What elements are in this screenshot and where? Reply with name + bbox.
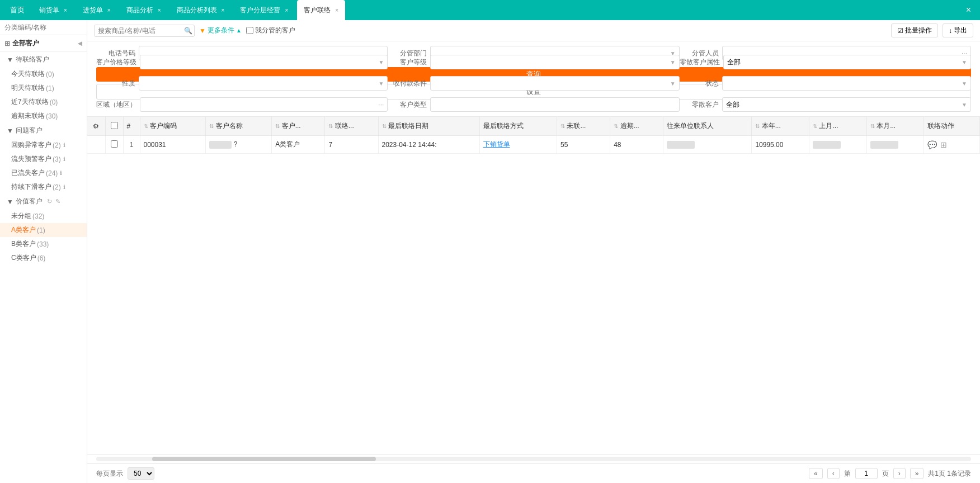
close-tab-0[interactable]: × bbox=[64, 7, 67, 13]
col-last-method[interactable]: 最后联络方式 bbox=[479, 117, 557, 136]
sidebar-item-loss-warning[interactable]: 流失预警客户 (3) ℹ bbox=[0, 152, 87, 166]
window-close-button[interactable]: × bbox=[962, 5, 976, 15]
col-not-contacted[interactable]: ⇅ 未联... bbox=[557, 117, 610, 136]
sidebar-group-value[interactable]: ▼ 价值客户 ↻ ✎ bbox=[0, 194, 87, 209]
filter-select-status[interactable]: ▼ bbox=[722, 76, 971, 91]
more-arrow-icon: ▲ bbox=[236, 27, 242, 34]
my-customers-checkbox[interactable]: 我分管的客户 bbox=[246, 26, 295, 35]
nav-tab-3[interactable]: 商品分析列表 × bbox=[170, 0, 232, 20]
filter-left-col: 电话号码 分管部门 ▼ 分管人员 bbox=[96, 46, 971, 100]
sidebar-item-tomorrow[interactable]: 明天待联络 (1) bbox=[0, 81, 87, 95]
next-page-button[interactable]: › bbox=[893, 468, 906, 479]
sidebar-group-pending-arrow: ▼ bbox=[7, 56, 13, 64]
scrollbar-thumb[interactable] bbox=[152, 457, 376, 461]
batch-op-button[interactable]: ☑ 批量操作 bbox=[891, 23, 938, 37]
row-lastmethod-cell[interactable]: 下销货单 bbox=[479, 136, 557, 154]
filter-select-payment[interactable]: ▼ bbox=[430, 76, 679, 91]
col-settings[interactable]: ⚙ bbox=[87, 117, 105, 136]
sidebar-group-problem[interactable]: ▼ 问题客户 bbox=[0, 123, 87, 138]
row-notcontacted-cell: 55 bbox=[557, 136, 610, 154]
filter-select-cust-grade[interactable]: ▼ bbox=[430, 55, 679, 69]
close-tab-2[interactable]: × bbox=[158, 7, 161, 13]
sidebar-item-class-b[interactable]: B类客户 (33) bbox=[0, 237, 87, 251]
nav-home[interactable]: 首页 bbox=[4, 3, 30, 17]
filter-select-scatter-prop[interactable]: 全部 ▼ bbox=[723, 55, 971, 69]
filter-label-cust-type: 客户类型 bbox=[388, 100, 427, 110]
close-tab-3[interactable]: × bbox=[222, 7, 225, 13]
filter-select-price-grade[interactable]: ▼ bbox=[140, 55, 388, 69]
main-layout: 🔍 ⊞ 全部客户 ◀ ▼ 待联络客户 今天待联络 (0) 明天待联络 (1) 近… bbox=[0, 20, 980, 483]
col-checkbox[interactable] bbox=[105, 117, 123, 136]
value-group-refresh-icon[interactable]: ↻ bbox=[47, 198, 52, 205]
nav-tab-1[interactable]: 进货单 × bbox=[76, 0, 117, 20]
col-this-year[interactable]: ⇅ 本年... bbox=[752, 117, 809, 136]
row-thisyear-cell: 10995.00 bbox=[752, 136, 809, 154]
col-last-month[interactable]: ⇅ 上月... bbox=[809, 117, 867, 136]
filter-cell-price-grade: 客户价格等级 ▼ bbox=[96, 55, 388, 69]
last-page-button[interactable]: » bbox=[910, 468, 924, 479]
sidebar-item-ungrouped[interactable]: 未分组 (32) bbox=[0, 209, 87, 223]
page-label: 第 bbox=[844, 469, 851, 479]
nav-tab-0[interactable]: 销货单 × bbox=[32, 0, 74, 20]
sidebar-all-customers-header[interactable]: ⊞ 全部客户 ◀ bbox=[0, 35, 87, 52]
close-tab-1[interactable]: × bbox=[107, 7, 111, 13]
prev-page-button[interactable]: ‹ bbox=[827, 468, 840, 479]
filter-label-scatter-cust: 零散客户 bbox=[680, 100, 719, 110]
filter-cell-scatter-cust: 零散客户 全部 ▼ bbox=[680, 97, 971, 112]
horizontal-scrollbar[interactable] bbox=[87, 454, 980, 463]
scatter-prop-arrow: ▼ bbox=[962, 59, 967, 65]
col-last-date[interactable]: ⇅ 最后联络日期 bbox=[378, 117, 479, 136]
row-name-cell: ? bbox=[206, 136, 272, 154]
col-contact[interactable]: ⇅ 联络... bbox=[325, 117, 378, 136]
sidebar-collapse-icon[interactable]: ◀ bbox=[78, 40, 82, 46]
table-footer: 每页显示 50 « ‹ 第 页 › » 共1页 1条记录 bbox=[87, 463, 980, 483]
filter-search-input[interactable] bbox=[98, 27, 182, 35]
col-code[interactable]: ⇅ 客户编码 bbox=[140, 117, 206, 136]
page-number-input[interactable] bbox=[855, 468, 878, 479]
filter-select-region[interactable]: ··· bbox=[140, 97, 388, 112]
nav-tab-2[interactable]: 商品分析 × bbox=[120, 0, 168, 20]
sidebar-item-repurchase-anomaly[interactable]: 回购异常客户 (2) ℹ bbox=[0, 138, 87, 152]
sidebar-item-overdue[interactable]: 逾期未联络 (30) bbox=[0, 109, 87, 123]
sidebar-item-class-c[interactable]: C类客户 (6) bbox=[0, 251, 87, 265]
sidebar-item-declining[interactable]: 持续下滑客户 (2) ℹ bbox=[0, 180, 87, 194]
row-checkbox-0[interactable] bbox=[111, 140, 118, 148]
row-lastmonth-cell bbox=[809, 136, 867, 154]
batch-op-check-icon: ☑ bbox=[897, 27, 903, 35]
sidebar-item-today[interactable]: 今天待联络 (0) bbox=[0, 67, 87, 81]
export-button[interactable]: ↓ 导出 bbox=[943, 23, 973, 37]
table-header-row: ⚙ # ⇅ 客户编码 ⇅ 客户名称 bbox=[87, 117, 980, 136]
my-customers-check[interactable] bbox=[246, 27, 253, 34]
col-unit-contact[interactable]: 往来单位联系人 bbox=[663, 117, 752, 136]
settings-icon[interactable]: ⚙ bbox=[93, 122, 99, 130]
close-tab-5[interactable]: × bbox=[335, 7, 338, 13]
grid-action-icon[interactable]: ⊞ bbox=[940, 140, 947, 149]
sidebar-item-class-a[interactable]: A类客户 (1) bbox=[0, 223, 87, 237]
filter-label-status: 状态 bbox=[680, 79, 719, 88]
filter-input-cust-type[interactable] bbox=[430, 97, 679, 112]
sidebar-group-pending[interactable]: ▼ 待联络客户 bbox=[0, 52, 87, 67]
col-overdue[interactable]: ⇅ 逾期... bbox=[610, 117, 663, 136]
col-name[interactable]: ⇅ 客户名称 bbox=[206, 117, 272, 136]
col-this-month[interactable]: ⇅ 本月... bbox=[866, 117, 924, 136]
row-unitcontact-cell bbox=[663, 136, 752, 154]
filter-search-icon[interactable]: 🔍 bbox=[184, 27, 192, 35]
close-tab-4[interactable]: × bbox=[285, 7, 288, 13]
sidebar-item-7days[interactable]: 近7天待联络 (0) bbox=[0, 95, 87, 109]
chat-icon[interactable]: 💬 bbox=[927, 140, 937, 149]
top-nav: 首页 销货单 × 进货单 × 商品分析 × 商品分析列表 × 客户分层经营 × … bbox=[0, 0, 980, 20]
col-category[interactable]: ⇅ 客户... bbox=[272, 117, 325, 136]
select-all-checkbox[interactable] bbox=[111, 122, 118, 129]
sidebar-item-lost[interactable]: 已流失客户 (24) ℹ bbox=[0, 166, 87, 180]
page-size-select[interactable]: 50 bbox=[128, 467, 154, 480]
first-page-button[interactable]: « bbox=[809, 468, 823, 479]
row-index-cell: 1 bbox=[123, 136, 140, 154]
filter-more-btn[interactable]: ▼ 更多条件 ▲ bbox=[199, 26, 242, 35]
filter-select-nature[interactable]: ▼ bbox=[139, 76, 388, 91]
row-checkbox-cell[interactable] bbox=[105, 136, 123, 154]
filter-select-scatter-cust[interactable]: 全部 ▼ bbox=[722, 97, 971, 112]
nav-tab-4[interactable]: 客户分层经营 × bbox=[233, 0, 295, 20]
nav-tab-5[interactable]: 客户联络 × bbox=[297, 0, 345, 20]
value-group-edit-icon[interactable]: ✎ bbox=[55, 198, 60, 205]
sidebar-search-input[interactable] bbox=[4, 23, 87, 31]
